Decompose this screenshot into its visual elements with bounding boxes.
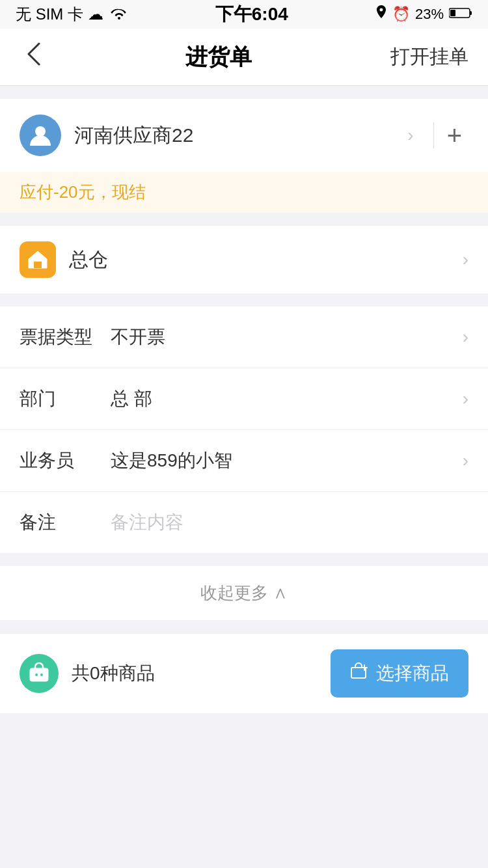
bottom-bar: 共0种商品 选择商品 xyxy=(0,633,488,713)
svg-point-3 xyxy=(35,126,46,137)
svg-rect-5 xyxy=(30,668,48,681)
collapse-label: 收起更多 ∧ xyxy=(200,582,287,604)
svg-rect-4 xyxy=(34,262,42,268)
back-button[interactable] xyxy=(20,36,47,78)
supplier-name: 河南供应商22 xyxy=(74,122,407,149)
status-right: ⏰ 23% xyxy=(375,5,472,23)
sales-chevron-icon: › xyxy=(463,450,468,471)
supplier-row[interactable]: 河南供应商22 › + xyxy=(0,99,488,172)
sales-row[interactable]: 业务员 这是859的小智 › xyxy=(0,430,488,492)
form-section: 票据类型 不开票 › 部门 总 部 › 业务员 这是859的小智 › 备注 备注… xyxy=(0,306,488,553)
svg-rect-1 xyxy=(470,11,472,15)
dept-label: 部门 xyxy=(20,387,104,411)
location-icon xyxy=(375,5,387,23)
invoice-label: 票据类型 xyxy=(20,325,104,349)
gap1 xyxy=(0,86,488,99)
dept-value: 总 部 xyxy=(104,387,463,411)
remark-label: 备注 xyxy=(20,510,104,535)
page-title: 进货单 xyxy=(185,42,252,72)
remark-row[interactable]: 备注 备注内容 xyxy=(0,492,488,553)
select-product-label: 选择商品 xyxy=(376,661,449,686)
dept-row[interactable]: 部门 总 部 › xyxy=(0,368,488,430)
svg-rect-8 xyxy=(351,668,366,678)
select-product-button[interactable]: 选择商品 xyxy=(331,649,468,698)
warehouse-chevron-icon: › xyxy=(463,249,468,270)
supplier-section: 河南供应商22 › + 应付-20元，现结 xyxy=(0,99,488,213)
divider xyxy=(433,122,434,148)
cart-icon xyxy=(350,662,370,685)
invoice-row[interactable]: 票据类型 不开票 › xyxy=(0,306,488,368)
svg-point-7 xyxy=(40,673,43,676)
notice-bar: 应付-20元，现结 xyxy=(0,172,488,213)
no-sim-text: 无 SIM 卡 ☁ xyxy=(16,4,103,25)
alarm-icon: ⏰ xyxy=(392,6,410,23)
supplier-chevron-icon: › xyxy=(407,125,413,146)
status-bar: 无 SIM 卡 ☁ 下午6:04 ⏰ 23% xyxy=(0,0,488,29)
add-button[interactable]: + xyxy=(441,121,468,150)
sales-value: 这是859的小智 xyxy=(104,448,463,473)
sales-label: 业务员 xyxy=(20,448,104,473)
svg-point-6 xyxy=(35,673,38,676)
status-left: 无 SIM 卡 ☁ xyxy=(16,4,128,25)
product-icon xyxy=(20,654,59,693)
warehouse-section: 总仓 › xyxy=(0,226,488,293)
dept-chevron-icon: › xyxy=(463,388,468,409)
nav-bar: 进货单 打开挂单 xyxy=(0,29,488,86)
open-pending-button[interactable]: 打开挂单 xyxy=(390,44,468,70)
supplier-avatar xyxy=(20,115,61,156)
warehouse-icon xyxy=(20,241,56,278)
battery-icon xyxy=(449,6,472,23)
collapse-button[interactable]: 收起更多 ∧ xyxy=(0,566,488,620)
warehouse-row[interactable]: 总仓 › xyxy=(0,226,488,293)
invoice-chevron-icon: › xyxy=(463,327,468,347)
status-time: 下午6:04 xyxy=(215,2,288,27)
product-count: 共0种商品 xyxy=(72,661,331,686)
invoice-value: 不开票 xyxy=(104,325,463,349)
warehouse-name: 总仓 xyxy=(69,247,463,273)
battery-text: 23% xyxy=(415,6,444,23)
remark-input[interactable]: 备注内容 xyxy=(104,510,468,535)
svg-rect-2 xyxy=(450,10,455,16)
wifi-icon xyxy=(110,5,128,23)
